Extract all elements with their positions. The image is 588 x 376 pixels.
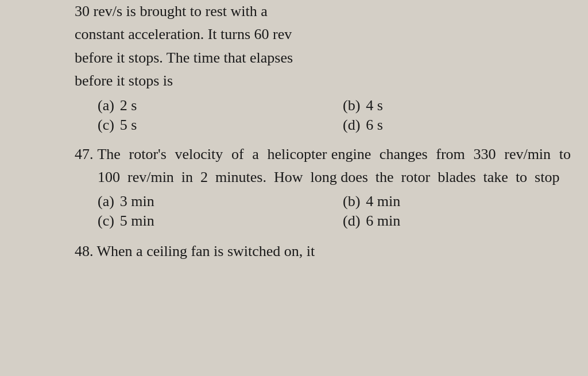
option-46c: (c) 5 s [98,117,326,134]
question-47-body: The rotor's velocity of a helicopter eng… [97,146,571,185]
intro-line4: before it stops is [75,72,173,89]
question-47-block: 47. The rotor's velocity of a helicopter… [75,143,571,230]
option-47a-label: (a) [98,193,114,210]
option-47a: (a) 3 min [98,193,326,210]
option-46c-value: 5 s [120,117,137,134]
question-48-line: 48. When a ceiling fan is switched on, i… [75,240,571,263]
option-46b: (b) 4 s [343,97,571,114]
option-47d-value: 6 min [366,212,400,230]
intro-line2: constant acceleration. It turns 60 rev [75,26,292,42]
intro-text: 30 rev/s is brought to rest with a const… [75,0,571,92]
option-46a-value: 2 s [120,97,137,114]
page-container: 30 rev/s is brought to rest with a const… [0,0,588,376]
intro-line3: before it stops. The time that elapses [75,49,293,66]
option-47b: (b) 4 min [343,193,571,210]
option-46b-label: (b) [343,97,360,114]
option-47a-value: 3 min [120,193,154,210]
question-46-options: (a) 2 s (b) 4 s (c) 5 s (d) 6 s [98,97,571,134]
question-48-number: 48. [75,243,97,259]
option-46d-label: (d) [343,117,360,134]
option-47c-label: (c) [98,212,114,230]
option-46b-value: 4 s [366,97,383,114]
option-46a: (a) 2 s [98,97,326,114]
option-47d: (d) 6 min [343,212,571,230]
question-47-options: (a) 3 min (b) 4 min (c) 5 min (d) 6 min [98,193,571,230]
option-47c-value: 5 min [120,212,154,230]
option-47c: (c) 5 min [98,212,326,230]
option-47d-label: (d) [343,212,360,230]
question-47-number: 47. [75,146,97,162]
option-46d-value: 6 s [366,117,383,134]
intro-line1: 30 rev/s is brought to rest with a [75,3,268,20]
option-46c-label: (c) [98,117,114,134]
option-46d: (d) 6 s [343,117,571,134]
question-47-text: 47. The rotor's velocity of a helicopter… [75,143,571,189]
option-47b-value: 4 min [366,193,400,210]
option-46a-label: (a) [98,97,114,114]
option-47b-label: (b) [343,193,360,210]
question-48-body: When a ceiling fan is switched on, it [97,243,315,259]
